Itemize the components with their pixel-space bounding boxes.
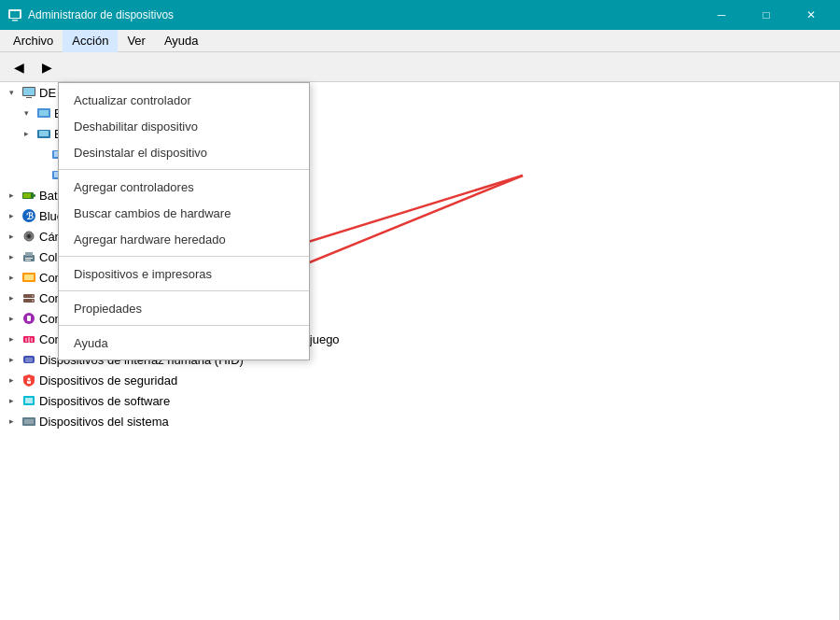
tree-item-sistema[interactable]: ▸ Dispositivos del sistema	[0, 411, 839, 431]
title-bar-controls: ─ □ ✕	[700, 0, 833, 30]
menu-propiedades[interactable]: Propiedades	[59, 295, 309, 321]
dropdown-menu: Actualizar controlador Deshabilitar disp…	[58, 82, 310, 360]
toolbar: ◀ ▶	[0, 52, 840, 82]
main-content: ▾ DE ▾ B	[0, 82, 840, 620]
separator-3	[59, 290, 309, 291]
svg-rect-15	[34, 194, 35, 197]
menu-buscar-cambios[interactable]: Buscar cambios de hardware	[59, 200, 309, 226]
menu-dispositivos-impresoras[interactable]: Dispositivos e impresoras	[59, 261, 309, 287]
menu-ayuda[interactable]: Ayuda	[155, 30, 208, 52]
expand-icon-hid: ▸	[4, 352, 19, 367]
svg-rect-25	[25, 260, 31, 261]
svg-rect-2	[12, 20, 18, 21]
back-button[interactable]: ◀	[6, 55, 32, 79]
sysdev-icon	[21, 414, 36, 429]
bluetooth-icon: ℬ	[21, 208, 36, 223]
sistema-label: Dispositivos del sistema	[39, 415, 169, 429]
expand-icon-comp: ▸	[4, 270, 19, 285]
print-icon	[21, 249, 36, 264]
title-bar-text: Administrador de dispositivos	[28, 8, 700, 21]
menu-agregar-hardware[interactable]: Agregar hardware heredado	[59, 226, 309, 252]
svg-rect-33	[27, 316, 31, 321]
svg-rect-23	[25, 252, 33, 256]
svg-rect-27	[24, 275, 34, 280]
bus-icon	[21, 311, 36, 326]
title-bar: Administrador de dispositivos ─ □ ✕	[0, 0, 840, 30]
softdev-label: Dispositivos de software	[39, 394, 170, 408]
menu-accion[interactable]: Acción	[63, 30, 118, 52]
app-window: Administrador de dispositivos ─ □ ✕ Arch…	[0, 0, 840, 620]
minimize-button[interactable]: ─	[700, 0, 743, 30]
expand-icon-bat: ▸	[4, 188, 19, 203]
expand-icon-wan2	[34, 167, 49, 182]
expand-icon-seg: ▸	[4, 373, 19, 388]
menu-desinstalar[interactable]: Desinstalar el dispositivo	[59, 139, 309, 165]
svg-rect-39	[25, 358, 33, 362]
svg-rect-1	[10, 11, 20, 18]
expand-icon: ▾	[4, 85, 19, 100]
camera-icon	[21, 229, 36, 244]
expand-icon-b2: ▸	[19, 126, 34, 141]
menu-ayuda-item[interactable]: Ayuda	[59, 330, 309, 356]
svg-rect-9	[39, 131, 49, 136]
svg-rect-43	[25, 398, 33, 403]
expand-icon-son: ▸	[4, 331, 19, 346]
softdev-icon	[21, 393, 36, 408]
expand-icon-bus: ▸	[4, 311, 19, 326]
menu-ver[interactable]: Ver	[118, 30, 155, 52]
svg-rect-45	[24, 419, 34, 424]
storage-icon	[21, 290, 36, 305]
svg-point-30	[32, 295, 34, 297]
svg-point-31	[32, 300, 34, 302]
svg-rect-4	[23, 88, 35, 95]
expand-icon-wan1	[34, 147, 49, 162]
hid-icon	[21, 352, 36, 367]
svg-point-21	[28, 235, 31, 238]
menu-deshabilitar[interactable]: Deshabilitar dispositivo	[59, 113, 309, 139]
tree-item-seguridad[interactable]: ▸ Dispositivos de seguridad	[0, 370, 839, 390]
tree-item-soft[interactable]: ▸ Dispositivos de software	[0, 390, 839, 411]
svg-rect-24	[25, 258, 33, 259]
expand-icon-cam: ▸	[4, 229, 19, 244]
menu-archivo[interactable]: Archivo	[4, 30, 63, 52]
network-icon-2	[36, 126, 51, 141]
svg-rect-16	[23, 193, 31, 198]
svg-text:ℬ: ℬ	[26, 211, 34, 221]
network-icon-1	[36, 106, 51, 120]
separator-1	[59, 169, 309, 170]
expand-icon-soft: ▸	[4, 393, 19, 408]
svg-rect-5	[26, 97, 32, 98]
forward-button[interactable]: ▶	[34, 55, 60, 79]
battery-icon	[21, 188, 36, 203]
security-icon	[21, 373, 36, 388]
menu-agregar-controladores[interactable]: Agregar controladores	[59, 174, 309, 200]
separator-2	[59, 256, 309, 257]
svg-rect-7	[39, 110, 49, 116]
sound-icon	[21, 331, 36, 346]
close-button[interactable]: ✕	[790, 0, 833, 30]
expand-icon-b1: ▾	[19, 106, 34, 120]
expand-icon-col: ▸	[4, 249, 19, 264]
tree-root-label: DE	[39, 86, 56, 100]
expand-icon-bt: ▸	[4, 208, 19, 223]
svg-point-41	[27, 377, 31, 381]
software-icon	[21, 270, 36, 285]
menu-actualizar[interactable]: Actualizar controlador	[59, 87, 309, 113]
separator-4	[59, 325, 309, 326]
menu-bar: Archivo Acción Ver Ayuda	[0, 30, 840, 52]
expand-icon-alm: ▸	[4, 290, 19, 305]
seguridad-label: Dispositivos de seguridad	[39, 373, 177, 388]
computer-icon	[21, 85, 36, 100]
maximize-button[interactable]: □	[745, 0, 788, 30]
app-icon	[7, 7, 22, 22]
expand-icon-sis: ▸	[4, 414, 19, 429]
